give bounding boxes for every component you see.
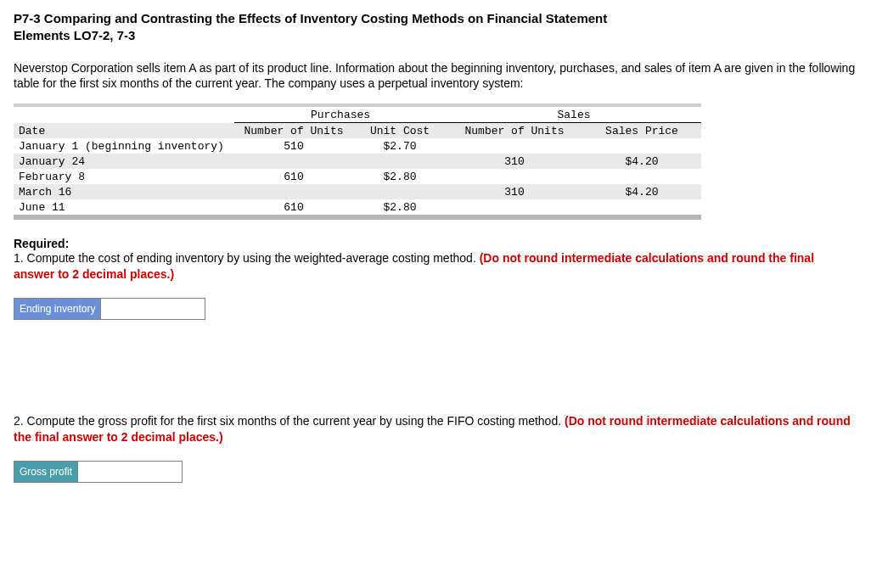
cell-unit-cost: $2.70 <box>353 138 447 154</box>
table-row: January 24 310 $4.20 <box>14 154 701 169</box>
q2-answer-label: Gross profit <box>14 461 78 482</box>
purchases-header: Purchases <box>234 107 447 123</box>
col-purchase-units: Number of Units <box>234 123 353 139</box>
inventory-table: Purchases Sales Date Number of Units Uni… <box>14 104 701 220</box>
required-block: Required: 1. Compute the cost of ending … <box>14 237 857 283</box>
cell-date: February 8 <box>14 169 234 184</box>
cell-sales-units <box>447 199 582 215</box>
title-line-1: P7-3 Comparing and Contrasting the Effec… <box>14 11 607 25</box>
cell-unit-cost <box>353 184 447 199</box>
table-row: March 16 310 $4.20 <box>14 184 701 199</box>
cell-purchase-units: 610 <box>234 199 353 215</box>
cell-purchase-units <box>234 154 353 169</box>
col-sales-units: Number of Units <box>447 123 582 139</box>
cell-sales-units <box>447 138 582 154</box>
cell-unit-cost: $2.80 <box>353 199 447 215</box>
cell-sales-units: 310 <box>447 184 582 199</box>
cell-sales-units: 310 <box>447 154 582 169</box>
col-date: Date <box>14 123 234 139</box>
blank-cell <box>14 107 234 123</box>
q1-answer-table: Ending inventory <box>14 298 205 320</box>
ending-inventory-input[interactable] <box>102 301 204 316</box>
table-row: June 11 610 $2.80 <box>14 199 701 215</box>
cell-purchase-units: 510 <box>234 138 353 154</box>
question-1: 1. Compute the cost of ending inventory … <box>14 250 857 283</box>
col-sales-price: Sales Price <box>582 123 701 139</box>
title-line-2: Elements LO7-2, 7-3 <box>14 28 135 42</box>
q2-answer-row: Gross profit <box>14 461 857 483</box>
problem-intro: Neverstop Corporation sells item A as pa… <box>14 60 857 92</box>
cell-date: March 16 <box>14 184 234 199</box>
q1-answer-label: Ending inventory <box>14 299 101 320</box>
cell-sales-price: $4.20 <box>582 184 701 199</box>
cell-date: June 11 <box>14 199 234 215</box>
cell-sales-price: $4.20 <box>582 154 701 169</box>
required-label: Required: <box>14 237 69 250</box>
q2-answer-table: Gross profit <box>14 461 183 483</box>
q2-text: 2. Compute the gross profit for the firs… <box>14 414 565 428</box>
q1-text: 1. Compute the cost of ending inventory … <box>14 251 480 265</box>
problem-title: P7-3 Comparing and Contrasting the Effec… <box>14 10 857 45</box>
sales-header: Sales <box>447 107 701 123</box>
cell-sales-price <box>582 199 701 215</box>
q1-answer-cell <box>101 299 205 320</box>
cell-date: January 1 (beginning inventory) <box>14 138 234 154</box>
question-2: 2. Compute the gross profit for the firs… <box>14 413 857 445</box>
col-unit-cost: Unit Cost <box>353 123 447 139</box>
table-bottom-shade <box>14 215 701 220</box>
cell-unit-cost: $2.80 <box>353 169 447 184</box>
cell-purchase-units <box>234 184 353 199</box>
table-row: January 1 (beginning inventory) 510 $2.7… <box>14 138 701 154</box>
q2-answer-cell <box>78 461 183 482</box>
cell-sales-price <box>582 138 701 154</box>
cell-date: January 24 <box>14 154 234 169</box>
cell-purchase-units: 610 <box>234 169 353 184</box>
q1-answer-row: Ending inventory <box>14 298 857 320</box>
table-row: February 8 610 $2.80 <box>14 169 701 184</box>
cell-unit-cost <box>353 154 447 169</box>
gross-profit-input[interactable] <box>79 464 181 479</box>
cell-sales-units <box>447 169 582 184</box>
cell-sales-price <box>582 169 701 184</box>
page: P7-3 Comparing and Contrasting the Effec… <box>0 0 871 508</box>
